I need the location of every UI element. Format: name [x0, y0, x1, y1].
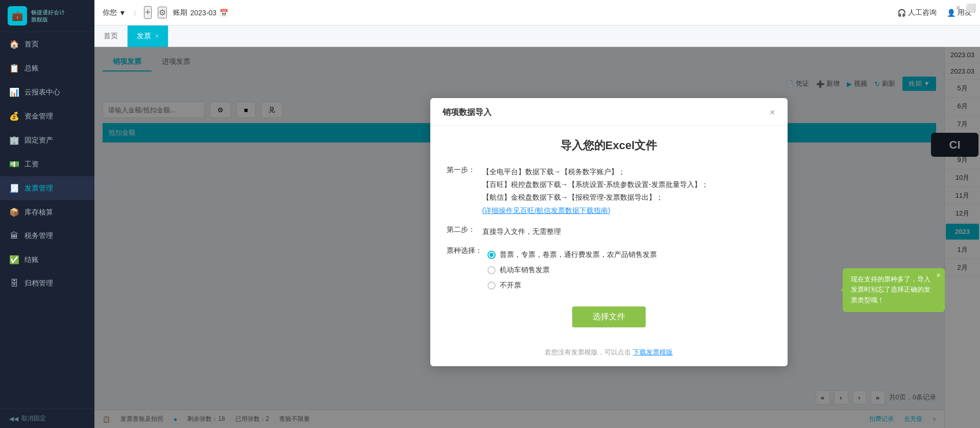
radio-option-3[interactable]: 不开票: [487, 281, 657, 290]
radio-circle-2: [487, 266, 496, 274]
window-close-button[interactable]: ×: [956, 3, 961, 13]
sidebar-item-inventory[interactable]: 📦 库存核算: [0, 200, 94, 224]
radio-circle-3: [487, 281, 496, 290]
tax-icon: 🏛: [9, 231, 19, 241]
dropdown-icon: ▼: [119, 9, 126, 17]
sidebar-item-archive[interactable]: 🗄 归档管理: [0, 272, 94, 295]
tab-home[interactable]: 首页: [94, 26, 128, 47]
sidebar-item-tax[interactable]: 🏛 税务管理: [0, 224, 94, 248]
sidebar-scroll: 🏠 首页 📋 总账 📊 云报表中心 💰 资金管理 🏢 固定资产 💵 工资: [0, 32, 94, 409]
inventory-icon: 📦: [9, 207, 19, 217]
pin-icon: ◀◀: [9, 415, 18, 422]
app-logo-text: 畅捷通好会计 旗舰版: [31, 9, 65, 23]
settings-button[interactable]: ⚙: [158, 7, 167, 18]
closing-icon: ✅: [9, 255, 19, 265]
tooltip-text: 现在支持的票种多了，导入发票时别忘了选择正确的发票类型哦！: [851, 275, 930, 304]
ticket-type-row: 票种选择： 普票，专票，卷票，通行费发票，农产品销售发票 机动车销售发票: [447, 246, 771, 298]
step1-line3: 【航信】金税盘数据下载→【报税管理-发票数据导出】；: [482, 191, 708, 204]
step2-row: 第二步： 直接导入文件，无需整理: [447, 225, 771, 238]
step1-note: (详细操作见百旺/航信发票数据下载指南): [482, 204, 708, 217]
step1-line1: 【全电平台】数据下载→【税务数字账户】；: [482, 165, 708, 178]
select-file-button[interactable]: 选择文件: [572, 306, 646, 327]
cloud-report-icon: 📊: [9, 87, 19, 97]
sidebar-item-fixed-assets[interactable]: 🏢 固定资产: [0, 128, 94, 152]
sidebar-logo: 💼 畅捷通好会计 旗舰版: [0, 0, 94, 32]
sidebar-item-payroll[interactable]: 💵 工资: [0, 152, 94, 176]
consult-button[interactable]: 🎧 人工咨询: [897, 8, 937, 17]
payroll-icon: 💵: [9, 159, 19, 169]
step2-content: 直接导入文件，无需整理: [482, 225, 561, 238]
sidebar-item-cloud-report[interactable]: 📊 云报表中心: [0, 80, 94, 104]
sidebar-item-home[interactable]: 🏠 首页: [0, 32, 94, 56]
fund-icon: 💰: [9, 111, 19, 121]
modal-close-button[interactable]: ×: [770, 107, 775, 118]
fixed-assets-icon: 🏢: [9, 135, 19, 145]
radio-option-1[interactable]: 普票，专票，卷票，通行费发票，农产品销售发票: [487, 250, 657, 259]
content-area: 销项发票 进项发票 📄 凭证 ➕ 新增: [94, 47, 980, 428]
step2-label: 第二步：: [447, 225, 477, 238]
step1-content: 【全电平台】数据下载→【税务数字账户】； 【百旺】税控盘数据下载→【系统设置-系…: [482, 165, 708, 217]
import-modal: 销项数据导入 × 导入您的Excel文件 第一步： 【全电平台】数据下载→【税务…: [430, 98, 788, 366]
step1-label: 第一步：: [447, 165, 477, 217]
step1-line2: 【百旺】税控盘数据下载→【系统设置-系统参数设置-发票批量导入】；: [482, 178, 708, 191]
user-icon: 👤: [947, 9, 955, 17]
calendar-icon: 📅: [219, 9, 228, 17]
home-icon: 🏠: [9, 39, 19, 49]
headset-icon: 🎧: [897, 9, 906, 17]
sidebar: 💼 畅捷通好会计 旗舰版 🏠 首页 📋 总账 📊 云报表中心 💰 资金管理: [0, 0, 94, 428]
sidebar-unpin[interactable]: ◀◀ 取消固定: [0, 409, 94, 428]
window-controls: × ⬜: [956, 3, 976, 13]
tooltip-bubble: × 现在支持的票种多了，导入发票时别忘了选择正确的发票类型哦！: [843, 268, 945, 312]
tabbar: 首页 发票 ×: [94, 26, 980, 47]
download-template-link[interactable]: 下载发票模版: [633, 348, 673, 356]
app-logo-icon: 💼: [8, 6, 27, 26]
ticket-label: 票种选择：: [447, 246, 482, 298]
tooltip-close-button[interactable]: ×: [936, 271, 940, 279]
ledger-icon: 📋: [9, 63, 19, 73]
modal-body: 导入您的Excel文件 第一步： 【全电平台】数据下载→【税务数字账户】； 【百…: [430, 126, 788, 343]
modal-main-title: 导入您的Excel文件: [447, 138, 771, 153]
radio-group: 普票，专票，卷票，通行费发票，农产品销售发票 机动车销售发票 不开票: [487, 250, 657, 296]
sidebar-item-fund[interactable]: 💰 资金管理: [0, 104, 94, 128]
topbar-divider1: |: [134, 9, 136, 16]
radio-circle-1: [487, 251, 496, 259]
radio-option-2[interactable]: 机动车销售发票: [487, 266, 657, 275]
modal-title: 销项数据导入: [443, 107, 492, 118]
sidebar-item-closing[interactable]: ✅ 结账: [0, 248, 94, 272]
company-selector[interactable]: 你您 ▼: [103, 8, 126, 17]
tab-invoice[interactable]: 发票 ×: [128, 26, 168, 47]
modal-header: 销项数据导入 ×: [430, 98, 788, 126]
modal-footer: 若您没有发票模版，可以点击 下载发票模版: [430, 343, 788, 366]
invoice-icon: 🧾: [9, 183, 19, 193]
period-display: 账期 2023-03 📅: [173, 8, 228, 17]
add-button[interactable]: +: [144, 6, 152, 19]
archive-icon: 🗄: [9, 279, 19, 288]
step1-row: 第一步： 【全电平台】数据下载→【税务数字账户】； 【百旺】税控盘数据下载→【系…: [447, 165, 771, 217]
main-area: 你您 ▼ | + ⚙ 账期 2023-03 📅 🎧 人工咨询 👤 用友: [94, 0, 980, 428]
topbar: 你您 ▼ | + ⚙ 账期 2023-03 📅 🎧 人工咨询 👤 用友: [94, 0, 980, 26]
download-guide-link[interactable]: (详细操作见百旺/航信发票数据下载指南): [482, 206, 610, 215]
window-maximize-button[interactable]: ⬜: [966, 3, 976, 13]
sidebar-item-general-ledger[interactable]: 📋 总账: [0, 56, 94, 80]
tab-close-icon[interactable]: ×: [155, 33, 159, 40]
sidebar-item-invoice[interactable]: 🧾 发票管理: [0, 176, 94, 200]
